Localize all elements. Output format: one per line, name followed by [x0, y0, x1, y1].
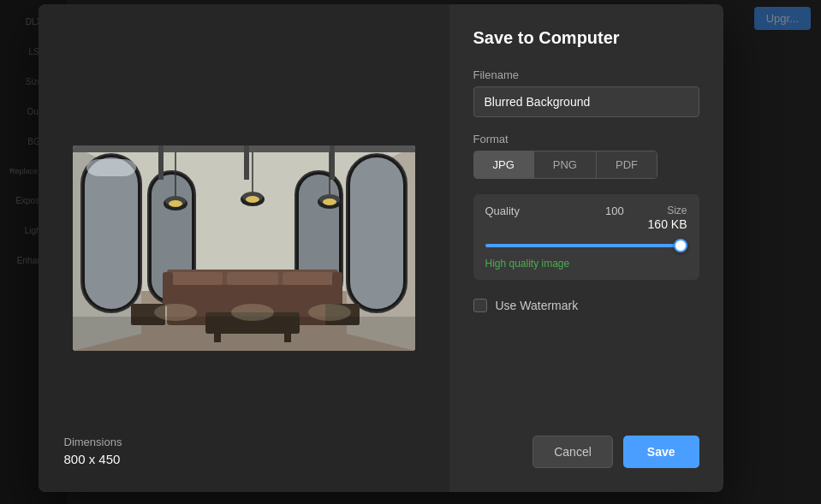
svg-point-43 — [154, 304, 197, 321]
size-block: Size 160 KB — [648, 205, 687, 232]
size-value: 160 KB — [648, 217, 687, 231]
dimensions-info: Dimensions 800 x 450 — [64, 436, 122, 466]
dialog-title: Save to Computer — [473, 28, 699, 48]
cancel-button[interactable]: Cancel — [532, 436, 613, 468]
svg-rect-15 — [158, 145, 164, 180]
format-pdf-button[interactable]: PDF — [597, 151, 657, 178]
image-preview — [73, 145, 415, 351]
room-illustration — [73, 145, 415, 351]
quality-label: Quality — [485, 205, 520, 217]
spacer — [473, 331, 699, 420]
svg-rect-17 — [330, 145, 335, 180]
svg-point-44 — [231, 304, 274, 321]
quality-value: 100 — [605, 205, 624, 217]
svg-point-21 — [169, 200, 182, 207]
svg-rect-32 — [171, 272, 223, 285]
svg-rect-42 — [73, 317, 415, 351]
filename-label: Filename — [473, 68, 699, 81]
svg-rect-33 — [227, 272, 278, 285]
format-group: JPG PNG PDF — [473, 151, 657, 179]
filename-section: Filename — [473, 68, 699, 117]
dimensions-label: Dimensions — [64, 436, 122, 448]
quality-size-row: Quality 100 Size 160 KB — [485, 205, 687, 232]
options-panel: Save to Computer Filename Format JPG PNG… — [449, 4, 723, 492]
format-label: Format — [473, 133, 699, 145]
button-row: Cancel Save — [473, 436, 699, 468]
format-section: Format JPG PNG PDF — [473, 133, 699, 179]
svg-rect-34 — [283, 272, 334, 285]
svg-rect-11 — [350, 157, 403, 309]
svg-point-45 — [308, 304, 351, 321]
filename-input[interactable] — [473, 86, 699, 117]
watermark-row: Use Watermark — [473, 295, 699, 316]
size-label: Size — [648, 205, 687, 216]
dialog-overlay: Dimensions 800 x 450 Save to Computer Fi… — [0, 0, 821, 504]
svg-point-25 — [246, 196, 259, 203]
quality-slider[interactable] — [485, 244, 687, 247]
svg-point-29 — [323, 199, 336, 205]
save-button[interactable]: Save — [623, 436, 699, 468]
format-jpg-button[interactable]: JPG — [474, 151, 534, 178]
quality-section: Quality 100 Size 160 KB High quality ima… — [473, 194, 699, 280]
svg-rect-36 — [332, 272, 342, 306]
watermark-label[interactable]: Use Watermark — [496, 299, 579, 312]
svg-rect-6 — [85, 157, 138, 309]
svg-rect-7 — [86, 159, 136, 176]
quality-note: High quality image — [485, 258, 687, 270]
dimensions-value: 800 x 450 — [64, 452, 122, 466]
watermark-checkbox[interactable] — [473, 299, 487, 312]
preview-panel: Dimensions 800 x 450 — [39, 4, 449, 492]
save-dialog: Dimensions 800 x 450 Save to Computer Fi… — [39, 4, 723, 492]
svg-rect-16 — [244, 145, 249, 180]
svg-rect-35 — [163, 272, 173, 306]
format-png-button[interactable]: PNG — [534, 151, 597, 178]
